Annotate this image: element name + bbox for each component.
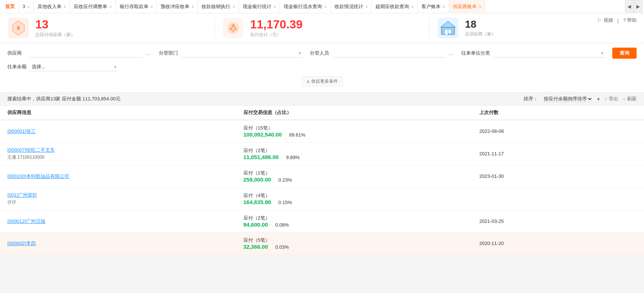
svg-point-7 xyxy=(234,27,237,30)
close-icon[interactable]: × xyxy=(232,4,235,9)
last-payment-3: 2023-01-30 xyxy=(479,173,637,179)
nav-tab-other-income[interactable]: 其他收入单 × xyxy=(34,0,70,13)
nav-tab-prepay-offset-label: 预收冲应收单 xyxy=(161,3,189,10)
dept-label: 分管部门 xyxy=(159,50,178,56)
tx-amount-1[interactable]: 100,092,540.00 xyxy=(244,131,282,138)
nav-tab-cash-flow-label: 现金银行流水查询 xyxy=(284,3,322,10)
supplier-dots-button[interactable]: ... xyxy=(146,50,151,56)
tx-amount-3[interactable]: 258,000.00 xyxy=(244,176,271,183)
svg-point-5 xyxy=(231,24,235,28)
tx-amount-4[interactable]: 164,635.90 xyxy=(244,199,271,205)
nav-tab-cash-flow[interactable]: 现金银行流水查询 × xyxy=(280,0,330,13)
tx-info-6: 应付（5笔） 32,366.00 0.03% xyxy=(244,237,480,250)
nav-arrow-left[interactable]: ◀ xyxy=(625,0,634,13)
close-icon[interactable]: × xyxy=(365,4,368,9)
dept-select-wrapper: ▾ xyxy=(181,49,303,58)
close-icon[interactable]: × xyxy=(411,4,413,9)
nav-tab-3[interactable]: 3 × xyxy=(19,0,34,13)
tx-label-4: 应付（4笔） xyxy=(244,192,480,199)
query-button[interactable]: 查询 xyxy=(612,48,637,59)
export-icon: ○ xyxy=(604,96,607,102)
nav-tab-customer-ledger-label: 客户账本 xyxy=(421,3,441,10)
help-link[interactable]: ? 帮助 xyxy=(623,17,637,24)
supplier-info-4: [001]广州荣轩 仔仔 xyxy=(7,192,244,206)
category-select-wrapper: ▾ xyxy=(493,49,605,58)
stat-divider-2 xyxy=(429,17,430,39)
table-row: [001]广州荣轩 仔仔 应付（4笔） 164,635.90 0.15% xyxy=(0,187,644,210)
video-link[interactable]: ▷ 视频 xyxy=(597,17,613,24)
nav-tab-3-label: 3 xyxy=(22,4,25,9)
stat-label-payable-total: 应付合计（万） xyxy=(250,32,302,38)
tx-row-3: 258,000.00 0.23% xyxy=(244,176,480,183)
col-header-tx: 应付交易信息（占比） xyxy=(244,109,480,116)
supplier-link-2[interactable]: [000007]恒旺二手叉车 xyxy=(7,147,244,154)
stat-number-payable-suppliers: 13 xyxy=(35,18,75,30)
collapse-button[interactable]: ∧ 收起更多条件 xyxy=(302,76,343,86)
nav-arrows: ◀ ▶ xyxy=(625,0,643,13)
refresh-button[interactable]: ○ 刷新 xyxy=(623,96,637,102)
tx-row-6: 32,366.00 0.03% xyxy=(244,244,480,250)
svg-point-6 xyxy=(230,27,232,30)
dept-select[interactable] xyxy=(181,49,303,58)
person-input[interactable] xyxy=(332,49,445,58)
nav-tab-receipt-stat-label: 收款情况统计 xyxy=(335,3,363,10)
video-icon: ▷ xyxy=(597,17,602,23)
stat-label-payable-suppliers: 总应付供应商（家） xyxy=(35,32,75,38)
nav-arrow-right[interactable]: ▶ xyxy=(634,0,643,13)
nav-tab-ap-adjust[interactable]: 应收应付调整单 × xyxy=(70,0,116,13)
category-select[interactable] xyxy=(493,49,605,58)
supplier-link-1[interactable]: [000001]张三 xyxy=(7,128,244,135)
close-icon[interactable]: × xyxy=(27,4,29,9)
tx-row-4: 164,635.90 0.15% xyxy=(244,199,480,205)
top-navigation: 首页 3 × 其他收入单 × 应收应付调整单 × 银行存取款单 × 预收冲应收单… xyxy=(0,0,644,13)
close-icon[interactable]: × xyxy=(192,4,194,9)
supplier-info-6: [000002]李四 xyxy=(7,240,244,247)
supplier-info-2: [000007]恒旺二手叉车 王通 17106110000 xyxy=(7,147,244,161)
person-dots-button[interactable]: ... xyxy=(448,50,454,56)
search-row-1: 供应商 ... 分管部门 ▾ 分管人员 ... 往来单位分类 xyxy=(7,48,637,59)
header-top-right: ▷ 视频 | ? 帮助 xyxy=(597,17,637,24)
help-label: 帮助 xyxy=(627,17,637,23)
nav-tab-bank-deposit[interactable]: 银行存取款单 × xyxy=(116,0,157,13)
nav-tab-overdue-query[interactable]: 超期应收款查询 × xyxy=(372,0,417,13)
last-payment-2: 2021-11-17 xyxy=(479,151,637,156)
sort-select[interactable]: 按应付余额倒序排序 xyxy=(542,96,593,102)
supplier-link-4[interactable]: [001]广州荣轩 xyxy=(7,192,244,199)
col-header-lastpay: 上次付数 xyxy=(479,109,637,116)
tx-amount-2[interactable]: 11,051,486.00 xyxy=(244,154,279,160)
dept-field: 分管部门 ▾ xyxy=(159,49,303,58)
supplier-input[interactable] xyxy=(29,49,143,58)
close-icon[interactable]: × xyxy=(151,4,153,9)
supplier-link-5[interactable]: [000012]广州贝瑞 xyxy=(7,218,244,225)
balance-select[interactable]: 选择... xyxy=(29,62,118,71)
tx-amount-6[interactable]: 32,366.00 xyxy=(244,244,268,250)
svg-rect-10 xyxy=(441,27,455,35)
nav-tab-customer-ledger[interactable]: 客户账本 × xyxy=(418,0,449,13)
result-info: 搜索结果中，供应商13家 应付金额 111,703,854.00元 xyxy=(7,96,120,102)
close-icon[interactable]: × xyxy=(274,4,276,9)
tx-label-1: 应付（15笔） xyxy=(244,125,480,131)
close-icon[interactable]: × xyxy=(443,4,445,9)
close-icon[interactable]: × xyxy=(109,4,112,9)
table-row: [000100]本特勤油品有限公司 应付（1笔） 258,000.00 0.23… xyxy=(0,165,644,187)
export-button[interactable]: ○ 导出 xyxy=(604,96,618,102)
supplier-link-6[interactable]: [000002]李四 xyxy=(7,240,244,247)
nav-tab-receipt-verify[interactable]: 收款核销执行 × xyxy=(198,0,239,13)
svg-point-4 xyxy=(227,22,239,34)
table-row: [000007]恒旺二手叉车 王通 17106110000 应付（2笔） 11,… xyxy=(0,142,644,165)
tx-row-1: 100,092,540.00 89.61% xyxy=(244,131,480,138)
refresh-label: 刷新 xyxy=(627,96,637,102)
nav-tab-supplier-ledger[interactable]: 供应商账本 × xyxy=(449,0,485,13)
nav-tab-prepay-offset[interactable]: 预收冲应收单 × xyxy=(157,0,198,13)
close-icon[interactable]: × xyxy=(479,4,481,9)
close-icon[interactable]: × xyxy=(64,4,66,9)
supplier-sub-2: 王通 17106110000 xyxy=(7,154,244,161)
close-icon[interactable]: × xyxy=(324,4,326,9)
nav-tab-receipt-stat[interactable]: 收款情况统计 × xyxy=(331,0,372,13)
stat-info-payable-suppliers: 13 总应付供应商（家） xyxy=(35,18,75,38)
tx-amount-5[interactable]: 94,600.00 xyxy=(244,221,268,228)
nav-tab-home[interactable]: 首页 xyxy=(1,0,19,13)
supplier-link-3[interactable]: [000100]本特勤油品有限公司 xyxy=(7,173,244,180)
nav-tab-cash-stat[interactable]: 现金银行统计 × xyxy=(239,0,280,13)
tx-info-1: 应付（15笔） 100,092,540.00 89.61% xyxy=(244,125,480,138)
